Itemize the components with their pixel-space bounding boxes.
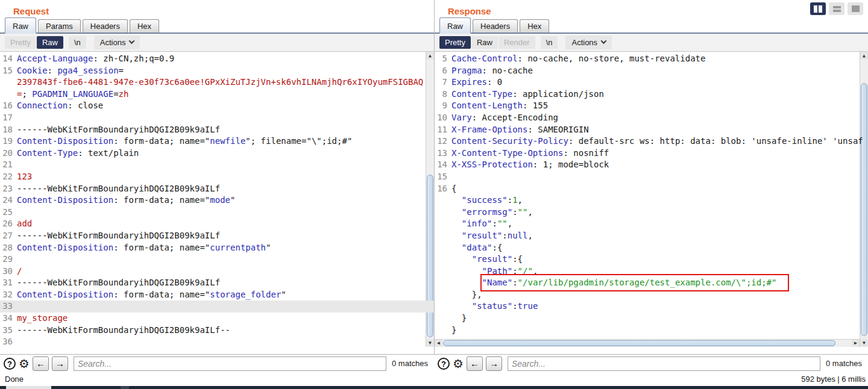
line-content: Pragma: no-cache (451, 65, 533, 77)
editor-line[interactable]: 29 (0, 254, 434, 266)
previous-match-button[interactable]: ← (467, 356, 483, 371)
scroll-left-icon[interactable]: ◀ (435, 340, 442, 347)
editor-line[interactable]: } (435, 313, 868, 325)
line-number (435, 254, 451, 266)
response-editor[interactable]: ▲ ▼ ◀ ▶ 5Cache-Control: no-cache, no-sto… (435, 52, 868, 347)
line-number (435, 194, 451, 207)
editor-line[interactable]: 26add (0, 218, 434, 230)
editor-line[interactable]: 16{ (435, 183, 868, 195)
editor-line[interactable]: "Name":"/var/lib/pgadmin/storage/test_ex… (435, 277, 868, 289)
editor-line[interactable]: 33 (0, 300, 434, 313)
editor-line[interactable]: 10Vary: Accept-Encoding (435, 112, 868, 124)
help-icon[interactable]: ? (438, 358, 450, 370)
request-tab-hex[interactable]: Hex (130, 19, 159, 33)
editor-line[interactable]: 17 (0, 112, 434, 124)
editor-line[interactable]: 9Content-Length: 155 (435, 100, 868, 112)
raw-button[interactable]: Raw (37, 36, 63, 49)
editor-line[interactable]: 20Content-Type: text/plain (0, 148, 434, 160)
line-number: 10 (435, 112, 451, 124)
line-number (435, 230, 451, 242)
editor-line[interactable]: 15Cookie: pga4_session= (0, 65, 434, 77)
editor-line[interactable]: 30/ (0, 266, 434, 278)
editor-line[interactable]: 12Content-Security-Policy: default-src w… (435, 135, 868, 148)
editor-line[interactable]: 13X-Content-Type-Options: nosniff (435, 148, 868, 160)
editor-line[interactable]: 5Cache-Control: no-cache, no-store, must… (435, 53, 868, 65)
show-newlines-button[interactable]: \n (69, 36, 86, 49)
search-input[interactable] (74, 356, 386, 371)
editor-line[interactable]: "result":null, (435, 230, 868, 242)
scroll-down-icon[interactable]: ▼ (860, 339, 868, 347)
right-arrow-icon: → (55, 358, 64, 369)
editor-line[interactable]: }, (435, 289, 868, 301)
editor-line[interactable]: "errormsg":"", (435, 207, 868, 219)
editor-line[interactable]: 23------WebKitFormBoundaryihDQGI2B09k9aI… (0, 183, 434, 195)
editor-line[interactable]: 19Content-Disposition: form-data; name="… (0, 135, 434, 148)
editor-line[interactable]: "success":1, (435, 194, 868, 207)
editor-line[interactable]: 11X-Frame-Options: SAMEORIGIN (435, 124, 868, 136)
previous-match-button[interactable]: ← (33, 356, 49, 371)
actions-button[interactable]: Actions (94, 36, 140, 49)
scrollbar-thumb[interactable] (443, 340, 835, 346)
response-title: Response (435, 0, 868, 18)
request-toolbar: Pretty Raw \n Actions (0, 34, 434, 52)
next-match-button[interactable]: → (52, 356, 68, 371)
pretty-button[interactable]: Pretty (439, 36, 471, 49)
line-number: 13 (435, 148, 451, 160)
line-number (435, 207, 451, 219)
editor-line[interactable]: 21 (0, 159, 434, 171)
request-tab-headers[interactable]: Headers (83, 19, 128, 33)
editor-line[interactable]: 34my_storage (0, 313, 434, 325)
pretty-button[interactable]: Pretty (5, 36, 36, 49)
editor-line[interactable]: 31------WebKitFormBoundaryihDQGI2B09k9aI… (0, 277, 434, 289)
line-content: Accept-Language: zh-CN,zh;q=0.9 (17, 53, 174, 65)
gear-icon[interactable]: ⚙ (19, 358, 30, 370)
editor-line[interactable]: "result":{ (435, 254, 868, 266)
gear-icon[interactable]: ⚙ (453, 358, 464, 370)
raw-button[interactable]: Raw (471, 36, 498, 49)
editor-line[interactable]: 27------WebKitFormBoundaryihDQGI2B09k9aI… (0, 230, 434, 242)
editor-line[interactable]: 36 (0, 336, 434, 347)
request-tab-raw[interactable]: Raw (5, 17, 36, 34)
editor-line[interactable]: "data":{ (435, 242, 868, 254)
line-content: my_storage (17, 313, 68, 325)
actions-button[interactable]: Actions (565, 36, 612, 49)
search-input[interactable] (508, 356, 820, 371)
editor-line[interactable]: 22123 (0, 171, 434, 183)
editor-line[interactable]: 32Content-Disposition: form-data; name="… (0, 289, 434, 301)
render-button[interactable]: Render (498, 36, 535, 49)
response-horizontal-scrollbar[interactable]: ◀ ▶ (435, 339, 860, 347)
line-number (435, 300, 451, 313)
editor-line[interactable]: 35------WebKitFormBoundaryihDQGI2B09k9aI… (0, 325, 434, 337)
editor-line[interactable]: 14Accept-Language: zh-CN,zh;q=0.9 (0, 53, 434, 65)
show-newlines-button[interactable]: \n (541, 36, 558, 49)
editor-line[interactable]: 14X-XSS-Protection: 1; mode=block (435, 159, 868, 171)
line-number: 20 (0, 148, 17, 160)
line-content: / (17, 266, 22, 278)
next-match-button[interactable]: → (486, 356, 502, 371)
response-tab-raw[interactable]: Raw (439, 17, 471, 34)
line-content: 2397843f-fbe6-4481-947e-e30f73c6a0ee!GPx… (17, 76, 423, 89)
response-tab-hex[interactable]: Hex (520, 19, 549, 33)
editor-line[interactable]: 24Content-Disposition: form-data; name="… (0, 194, 434, 207)
request-editor[interactable]: ▲ ▼ 14Accept-Language: zh-CN,zh;q=0.915C… (0, 52, 434, 347)
editor-line[interactable]: 16Connection: close (0, 100, 434, 112)
scroll-right-icon[interactable]: ▶ (852, 340, 860, 347)
editor-line[interactable]: 18------WebKitFormBoundaryihDQGI2B09k9aI… (0, 124, 434, 136)
line-content: X-Content-Type-Options: nosniff (451, 148, 609, 160)
line-number: 5 (435, 53, 451, 65)
editor-line[interactable]: "status":true (435, 300, 868, 313)
editor-line[interactable]: "info":"", (435, 218, 868, 230)
request-tab-params[interactable]: Params (38, 19, 81, 33)
editor-line[interactable]: 6Pragma: no-cache (435, 65, 868, 77)
line-number: 7 (435, 76, 451, 89)
editor-line[interactable]: 15 (435, 171, 868, 183)
editor-line[interactable]: 8Content-Type: application/json (435, 89, 868, 101)
help-icon[interactable]: ? (4, 358, 16, 370)
editor-line[interactable]: 25 (0, 207, 434, 219)
editor-line[interactable]: =; PGADMIN_LANGUAGE=zh (0, 89, 434, 101)
editor-line[interactable]: 2397843f-fbe6-4481-947e-e30f73c6a0ee!GPx… (0, 76, 434, 89)
editor-line[interactable]: } (435, 325, 868, 337)
response-tab-headers[interactable]: Headers (473, 19, 518, 33)
editor-line[interactable]: 28Content-Disposition: form-data; name="… (0, 242, 434, 254)
editor-line[interactable]: 7Expires: 0 (435, 76, 868, 89)
